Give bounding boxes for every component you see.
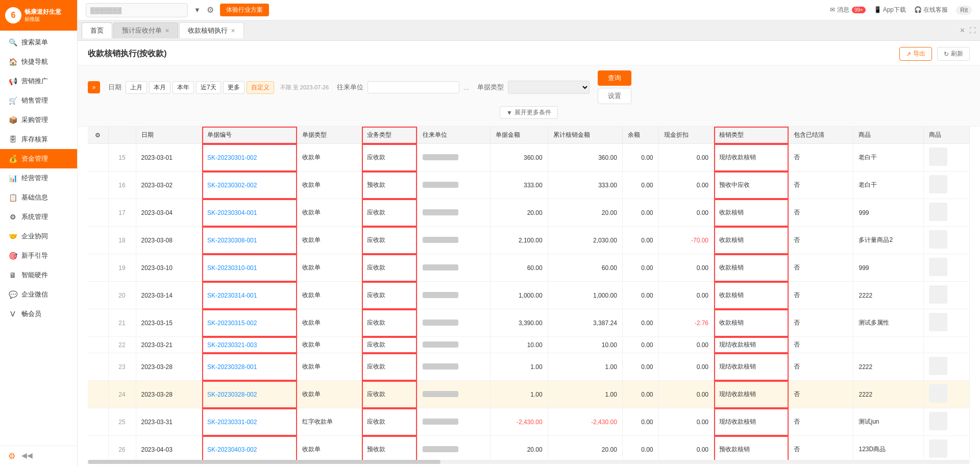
doc-no-link[interactable]: SK-20230328-002 [207, 391, 257, 398]
filter-btn-7days[interactable]: 近7天 [196, 81, 221, 94]
sidebar-collapse-icon[interactable]: ◀◀ [21, 451, 33, 461]
table-row[interactable]: 22 2023-03-21 SK-20230321-003 收款单 应收款 10… [88, 337, 970, 353]
message-area[interactable]: ✉ 消息 99+ [830, 6, 866, 14]
filter-area: » 日期 上月 本月 本年 近7天 更多 自定义 不限 至 2023-07-26 [78, 65, 980, 127]
filter-expand-button[interactable]: ▼ 展开更多条件 [500, 106, 558, 119]
filter-btn-custom[interactable]: 自定义 [247, 81, 274, 94]
filter-btn-this-month[interactable]: 本月 [149, 81, 170, 94]
row-balance: 0.00 [622, 408, 658, 436]
topbar-dropdown-icon[interactable]: ▼ [194, 6, 201, 14]
table-row[interactable]: 24 2023-03-28 SK-20230328-002 收款单 应收款 1.… [88, 381, 970, 408]
sidebar-item-sales[interactable]: 🛒 销售管理 [0, 91, 77, 110]
row-inclsettled: 否 [789, 436, 853, 460]
doc-no-link[interactable]: SK-20230328-001 [207, 363, 257, 371]
query-button[interactable]: 查询 [598, 70, 631, 86]
tab-prepay[interactable]: 预计应收付单 ✕ [113, 22, 178, 38]
row-doctype: 收款单 [297, 337, 362, 353]
table-row[interactable]: 20 2023-03-14 SK-20230314-001 收款单 应收款 1,… [88, 282, 970, 309]
filter-settings-button[interactable]: 设置 [598, 88, 631, 104]
sidebar-item-wechat[interactable]: 💬 企业微信 [0, 285, 77, 304]
topbar-search-box[interactable]: ▓▓▓▓▓▓▓ [86, 3, 188, 17]
row-cashdiscount: 0.00 [658, 337, 714, 353]
filter-doctype-select[interactable] [508, 81, 590, 94]
tab-expand-icon[interactable]: ⛶ [969, 27, 976, 34]
operations-icon: 📊 [8, 174, 17, 182]
row-date: 2023-03-28 [136, 381, 202, 408]
row-inclsettled: 否 [789, 171, 853, 199]
doc-no-link[interactable]: SK-20230302-002 [207, 182, 257, 189]
table-row[interactable]: 26 2023-04-03 SK-20230403-002 收款单 预收款 20… [88, 436, 970, 460]
sidebar-item-purchase[interactable]: 📦 采购管理 [0, 110, 77, 130]
row-product-img [924, 353, 970, 381]
table-row[interactable]: 25 2023-03-31 SK-20230331-002 红字收款单 应收款 … [88, 408, 970, 436]
doc-no-link[interactable]: SK-20230314-001 [207, 292, 257, 299]
filter-btn-this-year[interactable]: 本年 [173, 81, 194, 94]
tab-receipt-close[interactable]: ✕ [231, 28, 235, 34]
col-settings[interactable]: ⚙ [88, 127, 108, 144]
export-button[interactable]: ↗ 导出 [899, 47, 932, 61]
sidebar-item-finance[interactable]: 💰 资金管理 [0, 149, 77, 168]
table-row[interactable]: 15 2023-03-01 SK-20230301-002 收款单 应收款 36… [88, 144, 970, 171]
doc-no-link[interactable]: SK-20230315-002 [207, 320, 257, 327]
doc-no-link[interactable]: SK-20230308-001 [207, 237, 257, 244]
doc-no-link[interactable]: SK-20230321-003 [207, 341, 257, 349]
doc-no-link[interactable]: SK-20230331-002 [207, 419, 257, 426]
filter-partner-input[interactable] [368, 81, 459, 93]
row-product-img [924, 282, 970, 309]
row-cashdiscount: 0.00 [658, 408, 714, 436]
sidebar-item-enterprise[interactable]: 🤝 企业协同 [0, 227, 77, 246]
refresh-button[interactable]: ↻ 刷新 [937, 47, 970, 61]
row-product-img [924, 144, 970, 171]
sidebar-item-guide[interactable]: 🎯 新手引导 [0, 246, 77, 265]
row-inclsettled: 否 [789, 337, 853, 353]
service-area[interactable]: 🎧 在线客服 [914, 6, 948, 14]
row-partner [417, 408, 490, 436]
user-avatar[interactable]: Rit [956, 6, 972, 15]
table-row[interactable]: 17 2023-03-04 SK-20230304-001 收款单 应收款 20… [88, 199, 970, 227]
row-product-img [924, 199, 970, 227]
sidebar-item-system[interactable]: ⚙ 系统管理 [0, 207, 77, 227]
col-date: 日期 [136, 127, 202, 144]
sidebar-item-search[interactable]: 🔍 搜索菜单 [0, 33, 77, 52]
sidebar-gear-icon[interactable]: ⚙ [8, 451, 15, 461]
tab-prepay-close[interactable]: ✕ [165, 28, 169, 34]
app-download-area[interactable]: 📱 App下载 [874, 6, 906, 14]
row-docamount: 1.00 [490, 381, 548, 408]
filter-doctype-label: 单据类型 [477, 83, 504, 92]
row-doctype: 收款单 [297, 199, 362, 227]
doc-no-link[interactable]: SK-20230301-002 [207, 154, 257, 161]
sidebar-item-member[interactable]: V 畅会员 [0, 304, 77, 324]
solution-button[interactable]: 体验行业方案 [220, 4, 269, 16]
sidebar-item-hardware[interactable]: 🖥 智能硬件 [0, 265, 77, 285]
table-row[interactable]: 23 2023-03-28 SK-20230328-001 收款单 应收款 1.… [88, 353, 970, 381]
table-scrollbar-thumb[interactable] [88, 460, 440, 464]
table-row[interactable]: 21 2023-03-15 SK-20230315-002 收款单 应收款 3,… [88, 309, 970, 337]
sidebar-item-basic[interactable]: 📋 基础信息 [0, 188, 77, 207]
filter-btn-last-month[interactable]: 上月 [126, 81, 147, 94]
row-docamount: 360.00 [490, 144, 548, 171]
table-row[interactable]: 18 2023-03-08 SK-20230308-001 收款单 应收款 2,… [88, 227, 970, 254]
table-row[interactable]: 19 2023-03-10 SK-20230310-001 收款单 应收款 60… [88, 254, 970, 282]
row-product: 老白干 [853, 171, 924, 199]
col-settings-cell [88, 171, 108, 199]
sidebar-item-inventory[interactable]: 🗄 库存核算 [0, 130, 77, 149]
purchase-icon: 📦 [8, 116, 17, 124]
row-partner [417, 171, 490, 199]
tab-close-all-icon[interactable]: ✕ [960, 27, 965, 34]
tab-receipt[interactable]: 收款核销执行 ✕ [179, 22, 244, 38]
row-balance: 0.00 [622, 353, 658, 381]
doc-no-link[interactable]: SK-20230310-001 [207, 264, 257, 272]
sidebar-item-operations[interactable]: 📊 经营管理 [0, 168, 77, 188]
table-row[interactable]: 16 2023-03-02 SK-20230302-002 收款单 预收款 33… [88, 171, 970, 199]
table-scrollbar[interactable] [88, 460, 970, 464]
tab-home[interactable]: 首页 [82, 22, 112, 38]
sidebar-item-marketing[interactable]: 📢 营销推广 [0, 71, 77, 91]
filter-btn-more[interactable]: 更多 [223, 81, 244, 94]
doc-no-link[interactable]: SK-20230304-001 [207, 209, 257, 216]
sidebar-item-quicknav[interactable]: 🏠 快捷导航 [0, 52, 77, 71]
topbar-gear-icon[interactable]: ⚙ [207, 5, 214, 15]
filter-partner-more-icon[interactable]: ... [463, 84, 469, 91]
doc-no-link[interactable]: SK-20230403-002 [207, 446, 257, 453]
table-container[interactable]: ⚙ 日期 单据编号 单据类型 业务类型 往来单位 单据金额 累计核销金额 余额 … [78, 127, 980, 460]
filter-toggle-button[interactable]: » [88, 81, 100, 93]
